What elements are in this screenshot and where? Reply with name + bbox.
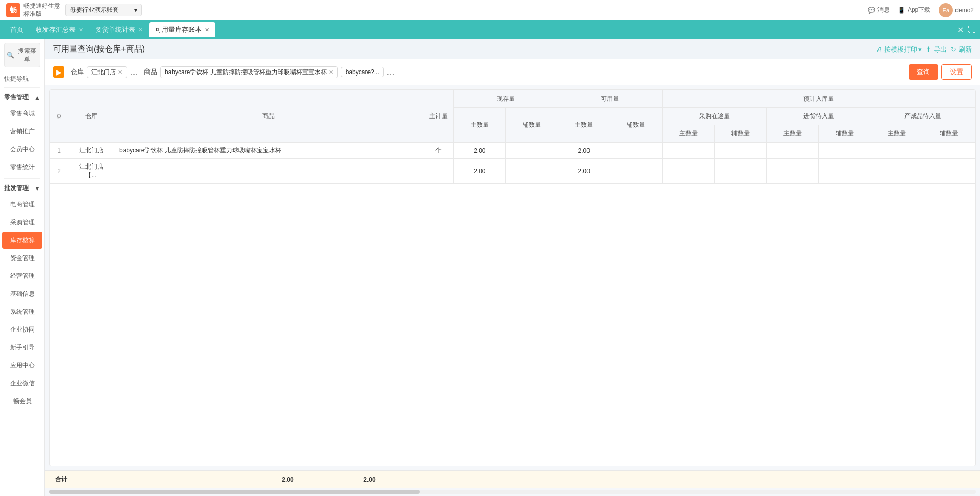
cell-unit: 个 bbox=[423, 143, 454, 159]
table-scroll-bar[interactable] bbox=[49, 490, 976, 494]
table-scroll-thumb[interactable] bbox=[49, 490, 420, 494]
tab-fullscreen-icon[interactable]: ⛶ bbox=[968, 25, 976, 34]
footer-avail-main: 2.00 bbox=[349, 476, 390, 483]
table-row: 2 江北门店【... 2.00 2.00 bbox=[50, 159, 975, 184]
page-title: 可用量查询(按仓库+商品) bbox=[53, 44, 145, 55]
sidebar-item-purchase[interactable]: 采购管理 bbox=[2, 214, 42, 231]
layout: 🔍 搜索菜单 快捷导航 零售管理 ▲ 零售商城 营销推广 会员中心 零售统计 批… bbox=[0, 39, 980, 496]
setting-btn[interactable]: 设置 bbox=[941, 64, 972, 80]
cell-product-pending-main bbox=[871, 143, 923, 159]
sidebar-item-finance[interactable]: 资金管理 bbox=[2, 250, 42, 267]
tab-order-stats-close[interactable]: ✕ bbox=[138, 27, 143, 33]
logo-icon: 畅 bbox=[6, 3, 20, 17]
tab-order-stats[interactable]: 要货单统计表 ✕ bbox=[89, 22, 149, 37]
filter-area: ▶ 仓库 江北门店 ✕ ... 商品 babycare学饮杯 儿童防摔防撞吸管杯… bbox=[45, 59, 980, 85]
refresh-btn[interactable]: ↻ 刷新 bbox=[951, 45, 972, 54]
sidebar-item-zero-sales-mall[interactable]: 零售商城 bbox=[2, 105, 42, 122]
th-goods-pending: 进货待入量 bbox=[767, 108, 871, 125]
sidebar: 🔍 搜索菜单 快捷导航 零售管理 ▲ 零售商城 营销推广 会员中心 零售统计 批… bbox=[0, 39, 45, 496]
logo-text: 畅捷通好生意 标准版 bbox=[23, 2, 60, 18]
th-current-stock: 现存量 bbox=[454, 90, 558, 108]
tab-home[interactable]: 首页 bbox=[4, 22, 30, 37]
sidebar-item-zero-sales[interactable]: 零售管理 ▲ bbox=[0, 90, 44, 105]
tab-available-stock-close[interactable]: ✕ bbox=[205, 27, 209, 33]
th-settings[interactable]: ⚙ bbox=[50, 90, 68, 143]
th-main-unit: 主计量 bbox=[423, 90, 454, 143]
page-header: 可用量查询(按仓库+商品) 🖨 按模板打印 ▾ ⬆ 导出 ↻ 刷新 bbox=[45, 39, 980, 59]
cell-warehouse: 江北门店 bbox=[68, 143, 114, 159]
print-chevron-icon: ▾ bbox=[918, 45, 922, 53]
sidebar-item-new-guide[interactable]: 新手引导 bbox=[2, 339, 42, 356]
sidebar-item-enterprise-wechat[interactable]: 企业微信 bbox=[2, 375, 42, 392]
goods-tag-1-close[interactable]: ✕ bbox=[329, 69, 333, 76]
app-download-btn[interactable]: 📱 App下载 bbox=[898, 6, 930, 14]
sidebar-item-app-center[interactable]: 应用中心 bbox=[2, 357, 42, 374]
tab-close-all-icon[interactable]: ✕ bbox=[957, 25, 964, 35]
cell-goods bbox=[114, 159, 423, 184]
sidebar-item-operations[interactable]: 经营管理 bbox=[2, 268, 42, 285]
warehouse-tag-close[interactable]: ✕ bbox=[118, 69, 122, 76]
cell-stock-aux bbox=[506, 159, 558, 184]
warehouse-tag[interactable]: 江北门店 ✕ bbox=[87, 66, 127, 78]
warehouse-more-btn[interactable]: ... bbox=[130, 67, 138, 78]
search-icon: 🔍 bbox=[7, 52, 14, 59]
sidebar-item-marketing[interactable]: 营销推广 bbox=[2, 123, 42, 140]
tab-available-stock[interactable]: 可用量库存账本 ✕ bbox=[149, 22, 215, 37]
logo-area: 畅 畅捷通好生意 标准版 bbox=[6, 2, 60, 18]
th-stock-main: 主数量 bbox=[454, 108, 506, 143]
goods-tag-1[interactable]: babycare学饮杯 儿童防摔防撞吸管杯重力球吸嘴杯宝宝水杯 ✕ bbox=[160, 66, 338, 78]
th-purchase-transit-main: 主数量 bbox=[662, 125, 714, 143]
quick-nav-label[interactable]: 快捷导航 bbox=[0, 72, 44, 85]
chevron-down-icon-wholesale: ▼ bbox=[34, 185, 40, 192]
export-btn[interactable]: ⬆ 导出 bbox=[926, 45, 947, 54]
goods-more-btn[interactable]: ... bbox=[387, 67, 395, 78]
top-bar: 畅 畅捷通好生意 标准版 母婴行业演示账套 ▾ 💬 消息 📱 App下载 Ea … bbox=[0, 0, 980, 20]
sidebar-item-zero-sales-stats[interactable]: 零售统计 bbox=[2, 159, 42, 176]
chevron-down-icon: ▾ bbox=[134, 7, 137, 14]
sidebar-item-member-center[interactable]: 会员中心 bbox=[2, 141, 42, 158]
th-purchase-transit-aux: 辅数量 bbox=[715, 125, 767, 143]
tab-receipt-summary-close[interactable]: ✕ bbox=[79, 27, 83, 33]
sidebar-item-ecommerce[interactable]: 电商管理 bbox=[2, 196, 42, 213]
warehouse-filter-group: 仓库 江北门店 ✕ ... bbox=[70, 66, 138, 78]
page-actions: 🖨 按模板打印 ▾ ⬆ 导出 ↻ 刷新 bbox=[876, 45, 972, 54]
th-stock-aux: 辅数量 bbox=[506, 108, 558, 143]
sidebar-item-system[interactable]: 系统管理 bbox=[2, 303, 42, 320]
query-btn[interactable]: 查询 bbox=[909, 64, 938, 80]
avatar: Ea bbox=[939, 3, 953, 17]
th-expected-in: 预计入库量 bbox=[662, 90, 975, 108]
industry-selector[interactable]: 母婴行业演示账套 ▾ bbox=[65, 4, 142, 16]
sidebar-item-wholesale[interactable]: 批发管理 ▼ bbox=[0, 181, 44, 196]
refresh-icon: ↻ bbox=[951, 45, 957, 53]
message-btn[interactable]: 💬 消息 bbox=[868, 6, 890, 14]
footer-label: 合计 bbox=[50, 475, 114, 484]
th-available: 可用量 bbox=[558, 90, 662, 108]
sidebar-divider-1 bbox=[4, 87, 40, 88]
sidebar-search-area: 🔍 搜索菜单 bbox=[0, 39, 44, 72]
user-avatar-btn[interactable]: Ea demo2 bbox=[939, 3, 974, 17]
cell-product-pending-main bbox=[871, 159, 923, 184]
th-purchase-transit: 采购在途量 bbox=[662, 108, 766, 125]
cell-num: 2 bbox=[50, 159, 68, 184]
sidebar-item-enterprise-collab[interactable]: 企业协同 bbox=[2, 321, 42, 338]
print-btn[interactable]: 🖨 按模板打印 ▾ bbox=[876, 45, 922, 54]
sidebar-item-basic-info[interactable]: 基础信息 bbox=[2, 286, 42, 302]
main-content: 可用量查询(按仓库+商品) 🖨 按模板打印 ▾ ⬆ 导出 ↻ 刷新 ▶ bbox=[45, 39, 980, 496]
sidebar-search-btn[interactable]: 🔍 搜索菜单 bbox=[4, 43, 40, 67]
cell-stock-aux bbox=[506, 143, 558, 159]
sidebar-item-inventory[interactable]: 库存核算 bbox=[2, 232, 42, 249]
top-bar-left: 畅 畅捷通好生意 标准版 母婴行业演示账套 ▾ bbox=[6, 2, 142, 18]
cell-purchase-transit-main bbox=[662, 143, 714, 159]
sidebar-item-member[interactable]: 畅会员 bbox=[2, 393, 42, 410]
export-icon: ⬆ bbox=[926, 45, 932, 53]
download-icon: 📱 bbox=[898, 7, 905, 14]
cell-product-pending-aux bbox=[923, 159, 975, 184]
sidebar-divider-2 bbox=[4, 178, 40, 179]
th-goods: 商品 bbox=[114, 90, 423, 143]
goods-filter-group: 商品 babycare学饮杯 儿童防摔防撞吸管杯重力球吸嘴杯宝宝水杯 ✕ bab… bbox=[144, 66, 395, 78]
tab-receipt-summary[interactable]: 收发存汇总表 ✕ bbox=[30, 22, 89, 37]
cell-stock-main: 2.00 bbox=[454, 143, 506, 159]
filter-toggle-btn[interactable]: ▶ bbox=[53, 66, 64, 78]
goods-tag-2[interactable]: babycare?... bbox=[341, 67, 384, 77]
print-icon: 🖨 bbox=[876, 45, 883, 53]
